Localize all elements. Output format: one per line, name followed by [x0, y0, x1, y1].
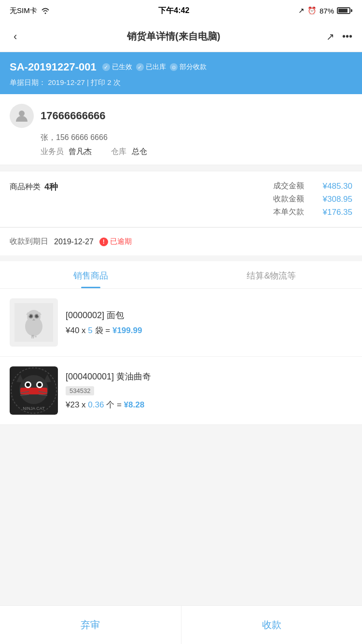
product-thumb-2: NINJA CAT: [10, 366, 58, 415]
summary-right: 成交金额 ¥485.30 收款金额 ¥308.95 本单欠款 ¥176.35: [273, 181, 352, 217]
banner-date-row: 单据日期： 2019-12-27 | 打印 2 次: [10, 78, 352, 87]
share-button[interactable]: ↗: [326, 31, 334, 42]
amount-row: 成交金额 ¥485.30: [273, 181, 352, 191]
total-2: ¥8.28: [124, 400, 145, 409]
price-1: ¥40: [66, 326, 79, 335]
delivered-icon: ✓: [136, 63, 144, 71]
print-count: 2: [107, 78, 111, 86]
reject-label: 弃审: [81, 618, 100, 631]
svg-text:NINJA CAT: NINJA CAT: [23, 406, 45, 411]
eq-1: =: [105, 326, 112, 335]
svg-text:兽+: 兽+: [31, 335, 37, 339]
wifi-icon: [41, 7, 50, 14]
carrier-label: 无SIM卡: [10, 6, 37, 15]
product-count: 4种: [44, 181, 58, 193]
amount-value: ¥485.30: [314, 182, 352, 191]
overdue-icon: !: [99, 238, 108, 246]
tab-products[interactable]: 销售商品: [0, 261, 181, 288]
reject-button[interactable]: 弃审: [0, 606, 181, 644]
status-time: 下午4:42: [158, 6, 189, 16]
tab-settlement[interactable]: 结算&物流等: [181, 261, 362, 288]
warehouse-info: 仓库 总仓: [111, 147, 147, 157]
order-date: 2019-12-27: [48, 78, 85, 86]
print-suffix: 次: [113, 78, 121, 86]
product-title-1: 面包: [107, 310, 124, 320]
total-1: ¥199.99: [112, 326, 142, 335]
tab-settlement-label: 结算&物流等: [247, 271, 296, 280]
svg-point-17: [26, 383, 30, 387]
customer-phone: 17666666666: [41, 110, 106, 122]
customer-card: 17666666666 张，156 6666 6666 业务员 曾凡杰 仓库 总…: [0, 94, 362, 165]
product-name-2: [000400001] 黄油曲奇: [66, 371, 352, 382]
nav-actions: ↗ •••: [326, 31, 352, 42]
amount-label: 成交金额: [273, 181, 304, 191]
product-item: 兽+ [0000002] 面包 ¥40 x 5 袋 = ¥199.99: [0, 289, 362, 357]
product-price-2: ¥23 x 0.36 个 = ¥8.28: [66, 399, 352, 410]
summary-left: 商品种类 4种: [10, 181, 58, 193]
svg-point-18: [38, 383, 42, 387]
bottom-bar: 弃审 收款: [0, 605, 362, 644]
product-item: NINJA CAT [000400001] 黄油曲奇 534532 ¥23 x …: [0, 357, 362, 425]
salesperson-label: 业务员: [41, 147, 64, 155]
summary-section: 商品种类 4种 成交金额 ¥485.30 收款金额 ¥308.95 本单欠款 ¥…: [0, 171, 362, 227]
status-partial-payment: ⊙ 部分收款: [170, 63, 207, 71]
owl-thumb: 兽+: [14, 303, 53, 342]
print-separator: | 打印: [87, 78, 105, 86]
due-label: 本单欠款: [273, 207, 304, 217]
svg-point-0: [19, 111, 25, 116]
product-code-1: [0000002]: [66, 310, 104, 320]
customer-row: 17666666666: [10, 104, 352, 128]
received-label: 收款金额: [273, 194, 304, 204]
batch-tag: 534532: [66, 386, 94, 395]
nav-bar: ‹ 销货单详情(来自电脑) ↗ •••: [0, 21, 362, 52]
status-partial-label: 部分收款: [180, 63, 207, 71]
received-row: 收款金额 ¥308.95: [273, 194, 352, 204]
tab-products-label: 销售商品: [73, 271, 108, 280]
status-left: 无SIM卡: [10, 6, 50, 15]
ninja-thumb: NINJA CAT: [10, 366, 58, 415]
partial-icon: ⊙: [170, 63, 178, 71]
svg-point-6: [29, 315, 32, 318]
summary-grid: 商品种类 4种 成交金额 ¥485.30 收款金额 ¥308.95 本单欠款 ¥…: [10, 181, 352, 217]
due-date-value: 2019-12-27: [54, 238, 94, 246]
salesperson-value: 曾凡杰: [69, 147, 92, 155]
status-bar: 无SIM卡 下午4:42 ↗ ⏰ 87%: [0, 0, 362, 21]
received-value: ¥308.95: [314, 195, 352, 204]
eq-2: =: [117, 400, 124, 409]
due-section: 收款到期日 2019-12-27 ! 已逾期: [0, 227, 362, 255]
product-batch-2: 534532: [66, 386, 352, 395]
alarm-icon: ⏰: [307, 6, 317, 15]
battery-icon: [337, 7, 352, 14]
overdue-badge: ! 已逾期: [99, 237, 132, 246]
product-title-2: 黄油曲奇: [116, 372, 151, 381]
due-row: 本单欠款 ¥176.35: [273, 207, 352, 217]
mult-2: x: [82, 400, 88, 409]
more-button[interactable]: •••: [342, 31, 352, 42]
product-code-2: [000400001]: [66, 372, 114, 381]
customer-avatar: [10, 104, 34, 128]
back-button[interactable]: ‹: [10, 27, 21, 47]
battery-percent: 87%: [320, 7, 334, 15]
qty-2: 0.36: [88, 400, 104, 409]
warehouse-label: 仓库: [111, 147, 126, 155]
status-effective-label: 已生效: [112, 63, 132, 71]
mult-1: x: [82, 326, 88, 335]
due-value: ¥176.35: [314, 208, 352, 217]
product-info-1: [0000002] 面包 ¥40 x 5 袋 = ¥199.99: [66, 298, 352, 347]
products-list: 兽+ [0000002] 面包 ¥40 x 5 袋 = ¥199.99: [0, 289, 362, 425]
product-info-2: [000400001] 黄油曲奇 534532 ¥23 x 0.36 个 = ¥…: [66, 366, 352, 415]
collect-label: 收款: [262, 618, 281, 631]
overdue-label: 已逾期: [110, 237, 132, 246]
unit-2: 个: [106, 400, 114, 409]
product-thumb-1: 兽+: [10, 298, 58, 347]
banner-row1: SA-20191227-001 ✓ 已生效 ✓ 已出库 ⊙ 部分收款: [10, 61, 352, 73]
customer-meta: 业务员 曾凡杰 仓库 总仓: [10, 147, 352, 157]
status-delivered-label: 已出库: [146, 63, 166, 71]
svg-rect-14: [20, 388, 47, 394]
qty-1: 5: [88, 326, 92, 335]
due-date-label: 收款到期日: [10, 237, 48, 247]
tabs-container: 销售商品 结算&物流等: [0, 261, 362, 289]
location-icon: ↗: [298, 6, 305, 15]
collect-button[interactable]: 收款: [181, 606, 362, 644]
product-price-1: ¥40 x 5 袋 = ¥199.99: [66, 325, 352, 336]
